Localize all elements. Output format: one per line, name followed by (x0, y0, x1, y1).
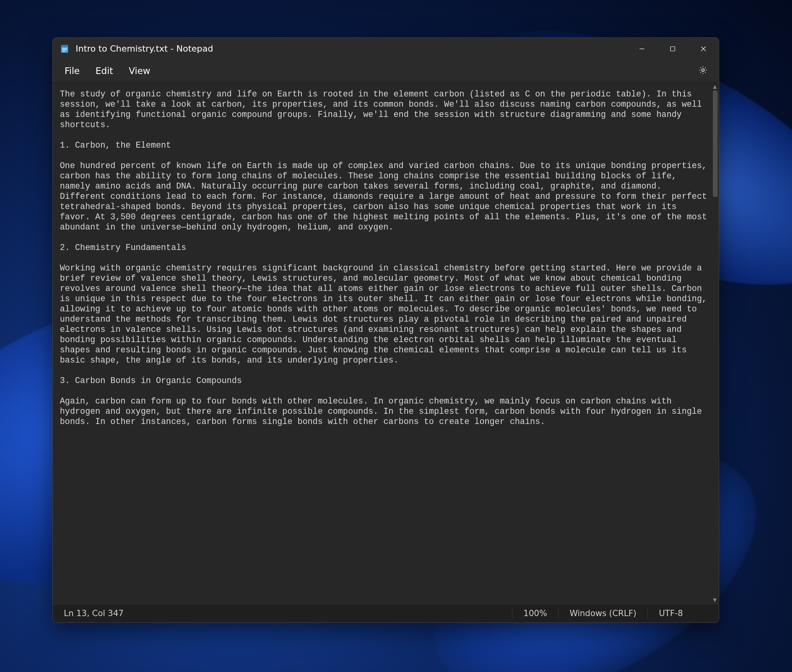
svg-rect-5 (640, 48, 644, 49)
svg-rect-3 (62, 49, 67, 50)
window-title: Intro to Chemistry.txt - Notepad (76, 44, 213, 54)
scrollbar-thumb[interactable] (713, 91, 718, 197)
svg-rect-6 (671, 46, 675, 51)
gear-icon (698, 65, 708, 76)
close-button[interactable] (688, 38, 719, 59)
settings-button[interactable] (694, 62, 712, 80)
line-ending[interactable]: Windows (CRLF) (558, 607, 647, 619)
zoom-level[interactable]: 100% (512, 607, 558, 619)
line-ending-label: Windows (CRLF) (569, 609, 636, 618)
notepad-window: Intro to Chemistry.txt - Notepad File Ed… (52, 37, 719, 623)
zoom-level-label: 100% (523, 609, 547, 618)
titlebar[interactable]: Intro to Chemistry.txt - Notepad (53, 38, 719, 59)
statusbar: Ln 13, Col 347 100% Windows (CRLF) UTF-8 (53, 604, 719, 622)
minimize-button[interactable] (627, 38, 657, 59)
menu-file[interactable]: File (57, 63, 88, 78)
menu-view[interactable]: View (121, 63, 158, 78)
maximize-button[interactable] (657, 38, 688, 59)
text-editor[interactable]: The study of organic chemistry and life … (53, 83, 719, 604)
menubar: File Edit View (53, 59, 719, 82)
encoding[interactable]: UTF-8 (648, 607, 719, 619)
svg-point-9 (702, 69, 704, 71)
editor-area: The study of organic chemistry and life … (53, 82, 719, 604)
notepad-app-icon (60, 44, 69, 54)
svg-rect-1 (61, 45, 68, 47)
svg-rect-2 (62, 48, 67, 49)
encoding-label: UTF-8 (659, 609, 683, 618)
scrollbar-track[interactable] (713, 91, 718, 596)
cursor-position: Ln 13, Col 347 (64, 609, 124, 618)
svg-rect-4 (62, 51, 65, 52)
menu-edit[interactable]: Edit (88, 63, 121, 78)
